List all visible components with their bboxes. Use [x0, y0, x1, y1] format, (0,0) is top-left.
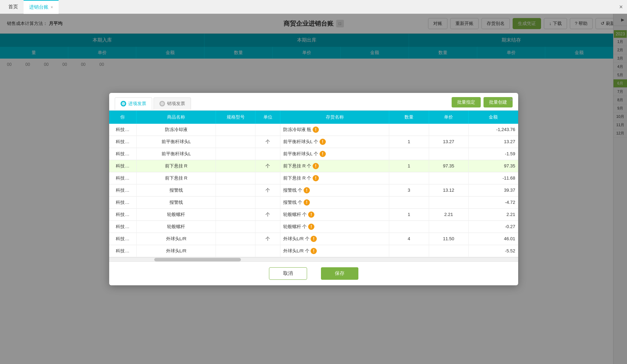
- table-cell: 报警线: [137, 196, 216, 208]
- table-cell: [216, 208, 255, 220]
- modal-header: 进项发票 销项发票 批量指定 批量创建 ×: [109, 93, 518, 111]
- table-cell: -1.59: [469, 148, 518, 160]
- table-cell: 科技…: [109, 148, 137, 160]
- window-close-button[interactable]: ×: [619, 3, 623, 10]
- table-cell: 4: [389, 233, 429, 245]
- table-cell: 个: [255, 233, 280, 245]
- table-cell: 前平衡杆球头L: [137, 136, 216, 148]
- table-cell: 13.12: [429, 184, 468, 196]
- table-cell: 前平衡杆球头L 个 !: [280, 136, 389, 148]
- modal-table-wrapper: 你 商品名称 规格型号 单位 存货名称 数量 单价 金额 科技…防冻冷却液防冻冷…: [109, 111, 518, 257]
- table-cell: [216, 184, 255, 196]
- warning-icon: !: [308, 224, 314, 230]
- table-cell: [429, 172, 468, 184]
- tab-ledger[interactable]: 进销台账 ×: [24, 0, 59, 14]
- tab-home[interactable]: 首页: [3, 0, 24, 14]
- warning-icon: !: [320, 151, 326, 157]
- th-col2: 商品名称: [137, 111, 216, 124]
- main-area: 销售成本计算方法： 月平均 商贸企业进销台账 □ 对账 重新开账 存货别名 生成…: [0, 14, 627, 364]
- table-cell: 个: [255, 136, 280, 148]
- table-cell: 个: [255, 208, 280, 220]
- batch-create-button[interactable]: 批量创建: [484, 97, 513, 107]
- table-cell: [255, 196, 280, 208]
- table-cell: 前下悬挂 R 个 !: [280, 172, 389, 184]
- table-cell: 13.27: [429, 136, 468, 148]
- table-cell: 科技…: [109, 124, 137, 136]
- table-cell: 个: [255, 184, 280, 196]
- table-cell: [255, 220, 280, 233]
- th-col4: 单位: [255, 111, 280, 124]
- top-tabbar: 首页 进销台账 × ×: [0, 0, 627, 14]
- table-cell: -4.72: [469, 196, 518, 208]
- warning-icon: !: [313, 127, 319, 133]
- scrollbar-thumb[interactable]: [154, 258, 241, 261]
- table-cell: 报警线 个 !: [280, 184, 389, 196]
- table-cell: [255, 245, 280, 257]
- tab-sales-invoice[interactable]: 销项发票: [154, 97, 191, 110]
- table-cell: [216, 172, 255, 184]
- table-cell: [255, 148, 280, 160]
- table-cell: 46.01: [469, 233, 518, 245]
- save-button[interactable]: 保存: [321, 267, 358, 280]
- table-cell: 科技…: [109, 196, 137, 208]
- table-cell: 前下悬挂 R 个 !: [280, 160, 389, 172]
- table-cell: 轮毂螺杆: [137, 220, 216, 233]
- table-cell: -0.27: [469, 220, 518, 233]
- modal-dialog: 进项发票 销项发票 批量指定 批量创建 ×: [109, 93, 518, 285]
- modal-header-actions: 批量指定 批量创建: [452, 97, 513, 110]
- warning-icon: !: [313, 163, 319, 169]
- table-cell: [216, 124, 255, 136]
- table-cell: 1: [389, 136, 429, 148]
- warning-icon: !: [313, 175, 319, 181]
- tab-ledger-close[interactable]: ×: [51, 5, 53, 10]
- modal-horizontal-scrollbar[interactable]: [109, 257, 518, 261]
- table-row: 科技…前平衡杆球头L前平衡杆球头L 个 !-1.59: [109, 148, 518, 160]
- table-cell: 轮毂螺杆: [137, 208, 216, 220]
- table-cell: [216, 245, 255, 257]
- table-cell: 报警线 个 !: [280, 196, 389, 208]
- th-col6: 数量: [389, 111, 429, 124]
- table-cell: 轮毂螺杆 个 !: [280, 220, 389, 233]
- th-col8: 金额: [469, 111, 518, 124]
- table-cell: [389, 172, 429, 184]
- table-cell: 1: [389, 208, 429, 220]
- table-cell: 科技…: [109, 160, 137, 172]
- table-cell: 前下悬挂 R: [137, 172, 216, 184]
- table-cell: 防冻冷却液: [137, 124, 216, 136]
- modal-close-button[interactable]: ×: [510, 96, 513, 104]
- table-cell: 科技…: [109, 184, 137, 196]
- table-cell: 科技…: [109, 136, 137, 148]
- table-cell: [389, 124, 429, 136]
- invoice-table: 你 商品名称 规格型号 单位 存货名称 数量 单价 金额 科技…防冻冷却液防冻冷…: [109, 111, 518, 257]
- batch-assign-button[interactable]: 批量指定: [452, 97, 481, 107]
- table-cell: 2.21: [429, 208, 468, 220]
- table-cell: 科技…: [109, 172, 137, 184]
- th-col1: 你: [109, 111, 137, 124]
- th-col3: 规格型号: [216, 111, 255, 124]
- table-cell: 科技…: [109, 245, 137, 257]
- table-cell: 13.27: [469, 136, 518, 148]
- warning-icon: !: [304, 199, 310, 206]
- cancel-button[interactable]: 取消: [269, 267, 307, 280]
- table-cell: 轮毂螺杆 个 !: [280, 208, 389, 220]
- table-cell: 外球头L/R: [137, 233, 216, 245]
- table-cell: [389, 220, 429, 233]
- table-cell: [255, 172, 280, 184]
- warning-icon: !: [320, 139, 326, 145]
- table-row: 科技…前平衡杆球头L个前平衡杆球头L 个 !113.2713.27: [109, 136, 518, 148]
- table-cell: 外球头L/R: [137, 245, 216, 257]
- table-cell: 39.37: [469, 184, 518, 196]
- tab-purchase-invoice[interactable]: 进项发票: [115, 97, 152, 110]
- warning-icon: !: [304, 187, 310, 193]
- table-cell: 个: [255, 160, 280, 172]
- table-row: 科技…外球头L/R个外球头L/R 个 !411.5046.01: [109, 233, 518, 245]
- svg-point-0: [122, 102, 125, 105]
- table-cell: [216, 196, 255, 208]
- table-cell: [389, 245, 429, 257]
- table-cell: 报警线: [137, 184, 216, 196]
- table-cell: -11.68: [469, 172, 518, 184]
- table-cell: 前平衡杆球头L 个 !: [280, 148, 389, 160]
- table-cell: [429, 245, 468, 257]
- table-cell: 防冻冷却液 瓶 !: [280, 124, 389, 136]
- table-cell: [429, 220, 468, 233]
